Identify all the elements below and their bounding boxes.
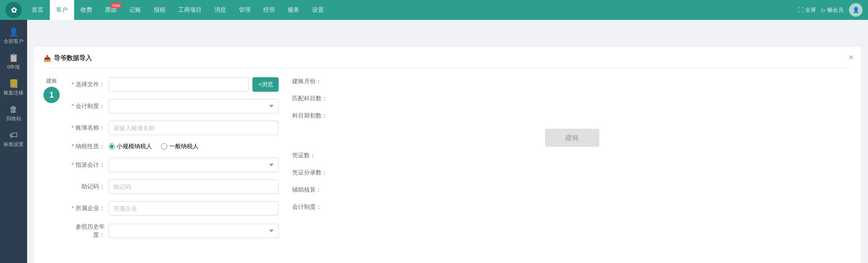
info-label-3: 凭证数： (292, 151, 333, 160)
navbar-item-business[interactable]: 工商项目 (172, 0, 208, 20)
info-row-0: 建账月份： (292, 77, 852, 85)
step-circle: 1 (43, 87, 60, 103)
users-icon: 👤 (9, 28, 19, 36)
info-row-5: 辅助核算： (292, 186, 852, 194)
sidebar-item-recycle[interactable]: 🗑 回收站 (0, 101, 27, 127)
navbar-item-settings[interactable]: 设置 (306, 0, 330, 20)
main-content: 📥 导爷数据导入 × 建账 1 选择文件： (27, 40, 868, 263)
tax-small-radio[interactable] (109, 143, 115, 150)
accountant-row: 指派会计： (69, 158, 279, 172)
info-label-6: 会计制度： (292, 203, 333, 211)
navbar-item-service[interactable]: 服务 (281, 0, 306, 20)
form-left: 建账 1 选择文件： +浏览 (43, 77, 279, 246)
navbar-item-fee[interactable]: 收费 (74, 0, 99, 20)
member-button[interactable]: ▷ 畅会员 (821, 6, 844, 14)
navbar-item-operation[interactable]: 经营 (257, 0, 281, 20)
sidebar-item-migrate[interactable]: 📒 账套迁移 (0, 75, 27, 101)
accountant-label: 指派会计： (69, 161, 105, 169)
info-row-1: 匹配科目数： (292, 94, 852, 103)
form-fields: 选择文件： +浏览 会计制度： (69, 77, 279, 246)
info-label-1: 匹配科目数： (292, 94, 333, 103)
history-year-row: 参照历史年度： (69, 223, 279, 239)
dialog-title: 导爷数据导入 (54, 54, 92, 62)
history-year-label: 参照历史年度： (69, 223, 105, 239)
new-badge: new (111, 3, 121, 8)
file-input[interactable] (109, 77, 249, 92)
memo-code-input[interactable] (109, 179, 279, 194)
navbar-item-manage[interactable]: 管理 (232, 0, 257, 20)
tax-general-label: 一般纳税人 (169, 142, 199, 150)
dialog-card: 📥 导爷数据导入 × 建账 1 选择文件： (34, 47, 861, 263)
step-indicator: 建账 1 (43, 77, 60, 103)
accounting-system-label: 会计制度： (69, 102, 105, 110)
close-button[interactable]: × (849, 53, 854, 61)
import-icon: 📥 (43, 55, 51, 62)
accounting-system-row: 会计制度： (69, 99, 279, 113)
navbar: ✿ 首页 客户 收费 票据 new 记账 报税 工商项目 消息 管理 经营 服务… (0, 0, 868, 20)
info-label-0: 建账月份： (292, 77, 333, 85)
tax-general-radio[interactable] (161, 143, 167, 150)
navbar-item-bookkeeping[interactable]: 记账 (123, 0, 147, 20)
history-year-select[interactable] (109, 224, 279, 238)
trash-icon: 🗑 (9, 105, 18, 113)
memo-code-row: 助记码： (69, 179, 279, 194)
tax-general[interactable]: 一般纳税人 (161, 142, 199, 150)
migrate-icon: 📒 (9, 80, 19, 88)
sidebar-item-tag-settings[interactable]: 🏷 标签设置 (0, 127, 27, 152)
ledger-name-label: 账簿名称： (69, 124, 105, 132)
navbar-item-client[interactable]: 客户 (50, 0, 74, 20)
navbar-item-home[interactable]: 首页 (25, 0, 50, 20)
memo-code-label: 助记码： (69, 183, 105, 191)
navbar-item-invoice[interactable]: 票据 new (99, 0, 123, 20)
file-row: 选择文件： +浏览 (69, 77, 279, 92)
build-button-wrap: 建账 (292, 129, 852, 147)
info-label-5: 辅助核算： (292, 186, 333, 194)
info-label-4: 凭证分录数： (292, 169, 333, 177)
app-logo[interactable]: ✿ (5, 2, 22, 18)
company-input[interactable] (109, 201, 279, 216)
accountant-select[interactable] (109, 158, 279, 172)
accounting-system-select[interactable] (109, 99, 279, 113)
tax-type-label: 纳税性质： (69, 142, 105, 150)
browse-button[interactable]: +浏览 (252, 77, 279, 92)
info-row-3: 凭证数： (292, 151, 852, 160)
build-button[interactable]: 建账 (545, 129, 599, 147)
info-row-2: 科目期初数： (292, 112, 852, 120)
form-right: 建账月份： 匹配科目数： 科目期初数： 建账 凭证数： (279, 77, 852, 246)
info-row-4: 凭证分录数： (292, 169, 852, 177)
sidebar-item-zero-declare[interactable]: 📋 0申报 (0, 49, 27, 75)
sidebar-item-all-clients[interactable]: 👤 全部客户 (0, 23, 27, 49)
tax-type-row: 纳税性质： 小规模纳税人 一般纳税人 (69, 142, 279, 150)
tax-small-scale[interactable]: 小规模纳税人 (109, 142, 152, 150)
navbar-menu: 首页 客户 收费 票据 new 记账 报税 工商项目 消息 管理 经营 服务 设… (25, 0, 798, 20)
ledger-name-input[interactable] (109, 121, 279, 135)
file-label: 选择文件： (69, 80, 105, 89)
form-layout: 建账 1 选择文件： +浏览 (43, 77, 852, 246)
play-icon: ▷ (821, 7, 825, 13)
navbar-item-tax[interactable]: 报税 (147, 0, 172, 20)
company-row: 所属企业： (69, 201, 279, 216)
info-row-6: 会计制度： (292, 203, 852, 211)
file-input-wrap: +浏览 (109, 77, 279, 92)
avatar[interactable]: 👤 (849, 3, 863, 17)
tax-small-label: 小规模纳税人 (117, 142, 152, 150)
info-label-2: 科目期初数： (292, 112, 333, 120)
navbar-right: ⛶ 全屏 ▷ 畅会员 👤 (798, 3, 863, 17)
dialog-header: 📥 导爷数据导入 (43, 54, 852, 68)
user-icon: 👤 (853, 7, 859, 13)
company-label: 所属企业： (69, 204, 105, 212)
fullscreen-icon: ⛶ (798, 7, 803, 13)
sidebar: 👤 全部客户 📋 0申报 📒 账套迁移 🗑 回收站 🏷 标签设置 (0, 20, 27, 263)
step-label: 建账 (46, 77, 57, 85)
ledger-name-row: 账簿名称： (69, 121, 279, 135)
tag-icon: 🏷 (9, 131, 18, 139)
tax-type-radio-group: 小规模纳税人 一般纳税人 (109, 142, 199, 150)
declare-icon: 📋 (9, 54, 19, 62)
navbar-item-message[interactable]: 消息 (208, 0, 232, 20)
fullscreen-button[interactable]: ⛶ 全屏 (798, 6, 816, 14)
